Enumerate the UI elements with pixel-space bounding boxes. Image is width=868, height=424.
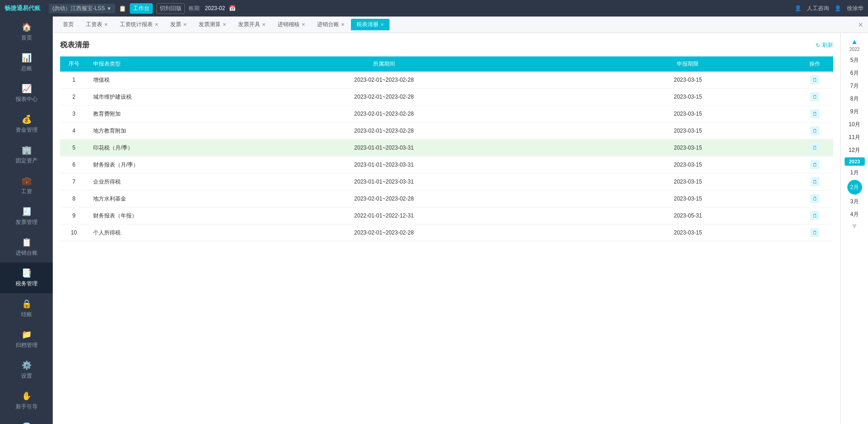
close-all-tabs-icon[interactable]: ✕	[858, 21, 863, 28]
table-row: 9 财务报表（年报） 2022-01-01~2022-12-31 2023-05…	[60, 207, 833, 224]
sidebar-label-settings: 设置	[21, 372, 32, 380]
action-view-icon[interactable]: 🗒	[810, 160, 819, 169]
user-avatar-icon: 👤	[835, 5, 841, 11]
month-item[interactable]: 4月	[845, 208, 865, 221]
tab-invoice-calc-close-icon[interactable]: ✕	[223, 22, 226, 27]
action-view-icon[interactable]: 🗒	[810, 194, 819, 203]
table-row: 5 印花税（月/季） 2023-01-01~2023-03-31 2023-03…	[60, 139, 833, 156]
sidebar-item-ledger[interactable]: 📊 总账	[0, 47, 53, 78]
page-title: 税表清册	[60, 40, 89, 50]
cell-type: 个人所得税	[88, 224, 189, 241]
tab-purchase-audit-close-icon[interactable]: ✕	[301, 22, 305, 27]
sidebar-item-report[interactable]: 📈 报表中心	[0, 78, 53, 109]
company-name: (勿动）江西服宝-LSS	[52, 5, 105, 12]
cell-action: 🗒	[796, 89, 833, 106]
company-selector[interactable]: (勿动）江西服宝-LSS ▼	[49, 4, 115, 13]
cell-type: 地方水利基金	[88, 190, 189, 207]
sidebar-item-invoice[interactable]: 🧾 发票管理	[0, 201, 53, 232]
cell-type: 财务报表（年报）	[88, 207, 189, 224]
tab-salary-report-close-icon[interactable]: ✕	[155, 22, 158, 27]
guide-icon: ✋	[22, 391, 32, 401]
tab-purchase-ledger-label: 进销台账	[317, 21, 339, 28]
sidebar-item-purchase[interactable]: 📋 进销台账	[0, 232, 53, 262]
app-logo: 畅捷通易代账	[5, 4, 40, 12]
month-item[interactable]: 3月	[845, 195, 865, 208]
tab-salary-report[interactable]: 工资统计报表 ✕	[114, 19, 164, 30]
month-item[interactable]: 9月	[845, 106, 865, 118]
action-view-icon[interactable]: 🗒	[810, 228, 819, 237]
month-item[interactable]: 12月	[845, 144, 865, 156]
sidebar-item-archive[interactable]: 📁 归档管理	[0, 324, 53, 355]
col-type: 申报表类型	[88, 56, 189, 72]
action-view-icon[interactable]: 🗒	[810, 92, 819, 101]
tab-purchase-audit[interactable]: 进销稽核 ✕	[272, 19, 311, 30]
tab-invoice[interactable]: 发票 ✕	[165, 19, 192, 30]
tab-invoice-close-icon[interactable]: ✕	[183, 22, 187, 27]
switch-old-button[interactable]: 切到旧版	[156, 3, 185, 14]
action-view-icon[interactable]: 🗒	[810, 211, 819, 220]
cell-action: 🗒	[796, 173, 833, 190]
refresh-button[interactable]: ↻ 刷新	[816, 41, 833, 49]
cell-deadline: 2023-03-15	[579, 106, 796, 123]
month-item[interactable]: 10月	[845, 118, 865, 131]
sidebar-item-settings[interactable]: ⚙️ 设置	[0, 355, 53, 385]
tab-purchase-ledger-close-icon[interactable]: ✕	[341, 22, 345, 27]
col-deadline: 申报期限	[579, 56, 796, 72]
period-label: 账期	[189, 5, 200, 12]
sidebar-item-member[interactable]: 💎 畅会员	[0, 416, 53, 424]
next-nav-icon[interactable]: ▼	[851, 222, 858, 230]
tab-invoice-open-label: 发票开具	[238, 21, 260, 28]
sidebar-item-guide[interactable]: ✋ 新手引导	[0, 385, 53, 416]
tax-table: 序号 申报表类型 所属期间 申报期限 操作 1 增值税 2023-02-01~2…	[60, 56, 833, 241]
month-item[interactable]: 7月	[845, 80, 865, 92]
sidebar-item-home[interactable]: 🏠 首页	[0, 17, 53, 47]
tab-tax-clear[interactable]: 税表清册 ✕	[351, 19, 389, 30]
action-view-icon[interactable]: 🗒	[810, 126, 819, 135]
col-period: 所属期间	[189, 56, 579, 72]
cell-seq: 3	[60, 106, 88, 123]
home-icon: 🏠	[22, 22, 32, 32]
tab-salary[interactable]: 工资表 ✕	[80, 19, 113, 30]
workbench-button[interactable]: 工作台	[130, 3, 153, 14]
ai-consult-label[interactable]: 人工咨询	[807, 5, 829, 12]
cell-seq: 8	[60, 190, 88, 207]
month-item[interactable]: 6月	[845, 67, 865, 79]
action-view-icon[interactable]: 🗒	[810, 143, 819, 152]
calendar-icon[interactable]: 📅	[229, 5, 236, 11]
cell-period: 2023-02-01~2023-02-28	[189, 224, 579, 241]
action-view-icon[interactable]: 🗒	[810, 75, 819, 84]
action-view-icon[interactable]: 🗒	[810, 109, 819, 118]
cell-action: 🗒	[796, 72, 833, 89]
month-item[interactable]: 8月	[845, 93, 865, 105]
table-row: 1 增值税 2023-02-01~2023-02-28 2023-03-15 🗒	[60, 72, 833, 89]
tab-invoice-open[interactable]: 发票开具 ✕	[233, 19, 271, 30]
month-item[interactable]: 1月	[845, 167, 865, 179]
sidebar-item-fund[interactable]: 💰 资金管理	[0, 109, 53, 139]
salary-icon: 💼	[22, 176, 32, 186]
close-period-icon: 🔒	[22, 299, 32, 309]
right-panel: ▲ 2022 5月6月7月8月9月10月11月12月 2023 1月 2月 3月…	[840, 33, 868, 424]
sidebar-item-close[interactable]: 🔒 结账	[0, 293, 53, 324]
tab-invoice-open-close-icon[interactable]: ✕	[262, 22, 266, 27]
action-view-icon[interactable]: 🗒	[810, 177, 819, 186]
copy-icon[interactable]: 📋	[119, 5, 126, 12]
active-month[interactable]: 2月	[847, 180, 862, 195]
cell-seq: 9	[60, 207, 88, 224]
tab-tax-clear-close-icon[interactable]: ✕	[380, 22, 384, 27]
cell-type: 城市维护建设税	[88, 89, 189, 106]
month-item[interactable]: 11月	[845, 131, 865, 144]
prev-year-nav-icon[interactable]: ▲	[851, 38, 858, 46]
tab-home[interactable]: 首页	[57, 19, 79, 30]
tax-icon: 📑	[22, 268, 32, 278]
table-row: 7 企业所得税 2023-01-01~2023-03-31 2023-03-15…	[60, 173, 833, 190]
sidebar-item-salary[interactable]: 💼 工资	[0, 170, 53, 201]
ai-consult-icon: 👤	[795, 5, 801, 11]
tab-invoice-calc[interactable]: 发票测算 ✕	[193, 19, 232, 30]
month-item[interactable]: 5月	[845, 54, 865, 67]
tab-salary-close-icon[interactable]: ✕	[104, 22, 108, 27]
sidebar-item-fixed[interactable]: 🏢 固定资产	[0, 139, 53, 170]
cell-period: 2023-01-01~2023-03-31	[189, 173, 579, 190]
tab-purchase-ledger[interactable]: 进销台账 ✕	[312, 19, 350, 30]
sidebar-item-tax[interactable]: 📑 税务管理	[0, 262, 53, 293]
before-active-months: 1月	[845, 166, 865, 179]
